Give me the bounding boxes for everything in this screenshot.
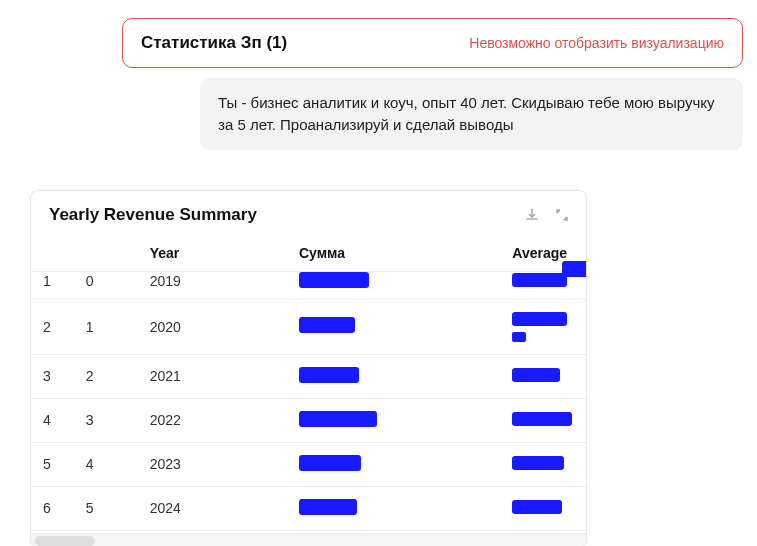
redaction-overflow — [562, 261, 587, 277]
cell-sum — [287, 299, 500, 354]
cell-year: 2022 — [138, 398, 287, 442]
col-rownum — [31, 235, 74, 272]
cell-sum — [287, 442, 500, 486]
redacted-value — [299, 411, 377, 427]
col-sum: Сумма — [287, 235, 500, 272]
status-card: Статистика Зп (1) Невозможно отобразить … — [122, 18, 743, 68]
redacted-value — [512, 412, 572, 426]
cell-year: 2023 — [138, 442, 287, 486]
cell-sum — [287, 271, 500, 299]
table-row: 5 4 2023 — [31, 442, 587, 486]
revenue-table-card: Yearly Revenue Summary Year — [30, 190, 587, 547]
cell-average — [500, 398, 587, 442]
table-title: Yearly Revenue Summary — [49, 205, 257, 225]
redacted-value — [512, 456, 564, 470]
expand-icon[interactable] — [554, 207, 570, 223]
cell-index: 0 — [74, 271, 138, 299]
cell-index: 5 — [74, 486, 138, 530]
cell-average — [500, 442, 587, 486]
cell-sum — [287, 354, 500, 398]
cell-year: 2019 — [138, 271, 287, 299]
table-header: Yearly Revenue Summary — [31, 205, 586, 235]
table-row: 3 2 2021 — [31, 354, 587, 398]
table-row: 4 3 2022 — [31, 398, 587, 442]
redacted-value — [299, 317, 355, 333]
redacted-value — [512, 332, 526, 342]
cell-rownum: 4 — [31, 398, 74, 442]
redacted-value — [299, 499, 357, 515]
col-year: Year — [138, 235, 287, 272]
cell-rownum: 2 — [31, 299, 74, 354]
table-row: 2 1 2020 — [31, 299, 587, 354]
table-row: 1 0 2019 — [31, 271, 587, 299]
cell-sum — [287, 486, 500, 530]
table-header-row: Year Сумма Average — [31, 235, 587, 272]
cell-index: 3 — [74, 398, 138, 442]
cell-rownum: 5 — [31, 442, 74, 486]
user-prompt-text: Ты - бизнес аналитик и коуч, опыт 40 лет… — [218, 94, 714, 133]
table-actions — [524, 207, 570, 223]
cell-index: 2 — [74, 354, 138, 398]
highlighted-cell — [299, 320, 355, 336]
scrollbar-thumb[interactable] — [35, 536, 95, 546]
horizontal-scrollbar[interactable] — [31, 533, 586, 547]
redacted-value — [512, 368, 560, 382]
redacted-value — [299, 272, 369, 288]
user-prompt-bubble: Ты - бизнес аналитик и коуч, опыт 40 лет… — [200, 78, 743, 150]
cell-year: 2020 — [138, 299, 287, 354]
cell-average — [500, 486, 587, 530]
cell-year: 2021 — [138, 354, 287, 398]
cell-sum — [287, 398, 500, 442]
cell-average — [500, 354, 587, 398]
cell-index: 4 — [74, 442, 138, 486]
col-index — [74, 235, 138, 272]
cell-average — [500, 299, 587, 354]
revenue-table: Year Сумма Average 1 0 2019 2 1 2020 — [31, 235, 587, 531]
redacted-value — [512, 500, 562, 514]
status-title: Статистика Зп (1) — [141, 33, 287, 53]
redacted-value — [299, 367, 359, 383]
cell-year: 2024 — [138, 486, 287, 530]
redacted-value — [299, 455, 361, 471]
cell-rownum: 3 — [31, 354, 74, 398]
download-icon[interactable] — [524, 207, 540, 223]
cell-index: 1 — [74, 299, 138, 354]
redacted-value — [512, 273, 567, 287]
redacted-value — [512, 312, 567, 326]
cell-rownum: 6 — [31, 486, 74, 530]
status-error-text: Невозможно отобразить визуализацию — [469, 35, 724, 51]
cell-rownum: 1 — [31, 271, 74, 299]
table-row: 6 5 2024 — [31, 486, 587, 530]
